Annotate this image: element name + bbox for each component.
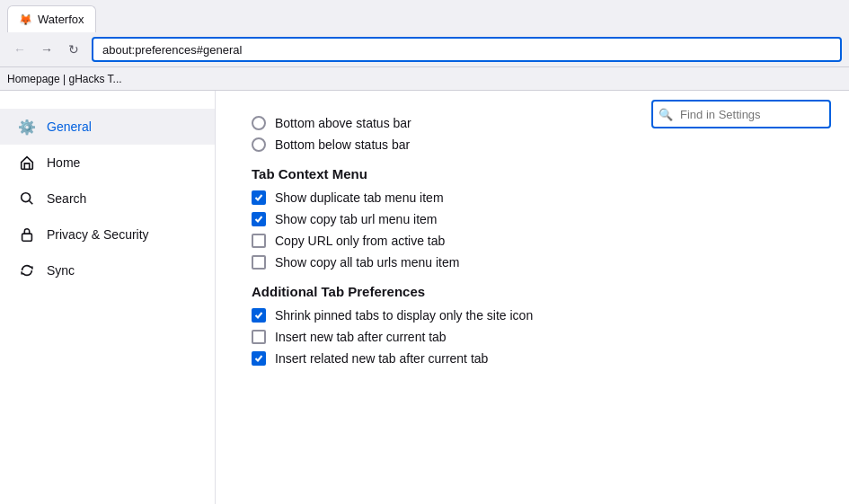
checkbox-insert-related-input[interactable] — [252, 351, 266, 366]
tab-favicon: 🦊 — [19, 13, 32, 26]
checkbox-show-copy-url-input[interactable] — [252, 212, 266, 226]
checkbox-show-dup-label: Show duplicate tab menu item — [275, 190, 444, 205]
checkbox-copy-url-active-label: Copy URL only from active tab — [275, 234, 445, 248]
browser-chrome: 🦊 Waterfox ← → ↻ Homepage | gHacks T... — [0, 0, 849, 91]
checkbox-show-copy-all[interactable]: Show copy all tab urls menu item — [252, 255, 813, 270]
sidebar-item-sync-label: Sync — [47, 263, 75, 278]
checkbox-copy-url-active-input[interactable] — [252, 234, 266, 248]
tab-bar: 🦊 Waterfox — [0, 0, 849, 32]
bookmark-bar: Homepage | gHacks T... — [0, 66, 849, 90]
sidebar-item-search-label: Search — [47, 191, 86, 206]
sidebar-item-home[interactable]: Home — [0, 145, 215, 181]
checkbox-insert-new[interactable]: Insert new tab after current tab — [252, 330, 813, 344]
search-icon — [18, 190, 36, 208]
tab-context-menu-section: Tab Context Menu Show duplicate tab menu… — [252, 166, 813, 270]
nav-buttons: ← → ↻ — [7, 37, 86, 62]
gear-icon: ⚙️ — [18, 118, 36, 136]
sidebar-item-search[interactable]: Search — [0, 181, 215, 217]
checkbox-copy-url-active[interactable]: Copy URL only from active tab — [252, 234, 813, 248]
page: ⚙️ General Home Search — [0, 91, 849, 504]
tab-label: Waterfox — [38, 13, 84, 26]
find-wrapper: 🔍 — [651, 100, 831, 128]
main-content: 🔍 Bottom above status bar Bottom below s… — [216, 91, 849, 504]
checkbox-show-copy-url[interactable]: Show copy tab url menu item — [252, 212, 813, 226]
forward-button[interactable]: → — [34, 37, 59, 62]
address-bar[interactable] — [92, 37, 842, 62]
sidebar-item-home-label: Home — [47, 155, 80, 170]
additional-tab-prefs-title: Additional Tab Preferences — [252, 284, 813, 299]
additional-tab-prefs-section: Additional Tab Preferences Shrink pinned… — [252, 284, 813, 366]
sidebar-item-general-label: General — [47, 119, 92, 134]
checkbox-insert-new-input[interactable] — [252, 330, 266, 344]
checkbox-show-dup-input[interactable] — [252, 190, 266, 205]
nav-bar: ← → ↻ — [0, 32, 849, 66]
radio-bottom-above-label: Bottom above status bar — [275, 116, 411, 130]
checkbox-show-copy-all-label: Show copy all tab urls menu item — [275, 255, 459, 270]
tab-context-menu-title: Tab Context Menu — [252, 166, 813, 181]
back-button[interactable]: ← — [7, 37, 32, 62]
sync-icon — [18, 261, 36, 279]
radio-bottom-below-input[interactable] — [252, 137, 266, 152]
checkbox-show-copy-all-input[interactable] — [252, 255, 266, 270]
svg-line-1 — [29, 200, 32, 204]
bookmark-item[interactable]: Homepage | gHacks T... — [7, 73, 122, 85]
svg-rect-2 — [22, 234, 32, 241]
refresh-button[interactable]: ↻ — [61, 37, 86, 62]
checkbox-shrink-pinned-label: Shrink pinned tabs to display only the s… — [275, 308, 533, 323]
checkbox-show-dup[interactable]: Show duplicate tab menu item — [252, 190, 813, 205]
lock-icon — [18, 225, 36, 243]
checkbox-shrink-pinned[interactable]: Shrink pinned tabs to display only the s… — [252, 308, 813, 323]
sidebar: ⚙️ General Home Search — [0, 91, 216, 504]
checkbox-show-copy-url-label: Show copy tab url menu item — [275, 212, 438, 226]
radio-bottom-below-label: Bottom below status bar — [275, 137, 410, 152]
svg-point-0 — [22, 193, 31, 202]
radio-bottom-above-input[interactable] — [252, 116, 266, 130]
find-icon: 🔍 — [659, 108, 673, 121]
home-icon — [18, 154, 36, 172]
checkbox-insert-related[interactable]: Insert related new tab after current tab — [252, 351, 813, 366]
sidebar-item-sync[interactable]: Sync — [0, 252, 215, 288]
active-tab[interactable]: 🦊 Waterfox — [7, 5, 96, 32]
radio-bottom-below[interactable]: Bottom below status bar — [252, 137, 813, 152]
find-settings-input[interactable] — [651, 100, 831, 128]
checkbox-insert-new-label: Insert new tab after current tab — [275, 330, 447, 344]
sidebar-item-privacy[interactable]: Privacy & Security — [0, 217, 215, 252]
checkbox-insert-related-label: Insert related new tab after current tab — [275, 351, 488, 366]
sidebar-item-general[interactable]: ⚙️ General — [0, 109, 215, 145]
sidebar-item-privacy-label: Privacy & Security — [47, 227, 149, 242]
checkbox-shrink-pinned-input[interactable] — [252, 308, 266, 323]
find-settings-wrapper: 🔍 — [651, 100, 831, 128]
